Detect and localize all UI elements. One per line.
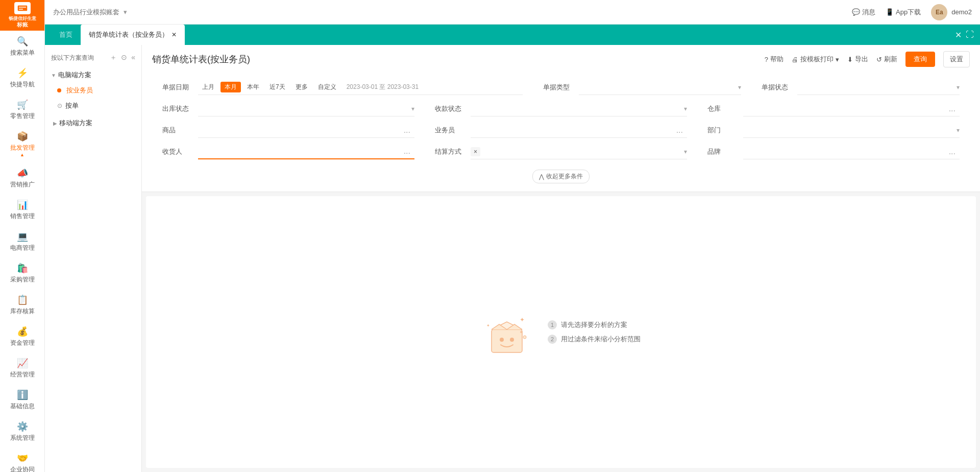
sidebar-item-sales[interactable]: 📊 销售管理 (0, 194, 45, 226)
sidebar-item-inventory[interactable]: 📋 库存核算 (0, 289, 45, 321)
date-custom[interactable]: 自定义 (314, 82, 340, 92)
collapse-filters-button[interactable]: ⋀ 收起更多条件 (532, 170, 590, 183)
scheme-by-salesperson[interactable]: 按业务员 (45, 83, 141, 98)
goods-control[interactable]: ... (198, 123, 414, 138)
sidebar-item-finance[interactable]: 💰 资金管理 (0, 321, 45, 352)
sidebar-item-system[interactable]: ⚙️ 系统管理 (0, 416, 45, 447)
salesperson-dots[interactable]: ... (676, 126, 683, 135)
sidebar-item-label: 电商管理 (10, 244, 35, 252)
sidebar-item-label: 基础信息 (10, 402, 35, 411)
settlement-tag-close[interactable]: × (474, 148, 477, 155)
desktop-scheme-group: ▼ 电脑端方案 按业务员 ⊙ 按单 (45, 67, 141, 113)
query-button[interactable]: 查询 (905, 52, 935, 67)
message-icon: 💬 (852, 8, 860, 16)
doc-status-dropdown-icon[interactable]: ▾ (957, 84, 960, 91)
tree-collapsed-icon: ▶ (53, 121, 57, 126)
tab-close-all-icon[interactable]: ✕ (955, 30, 962, 40)
tab-bar-actions: ✕ ⛶ (955, 30, 974, 40)
page-header-actions: ? 帮助 🖨 按模板打印 ▾ ⬇ 导出 ↺ (765, 51, 970, 67)
sidebar-item-ecommerce[interactable]: 💻 电商管理 (0, 226, 45, 257)
settlement-dropdown-icon[interactable]: ▾ (684, 148, 687, 155)
tab-sales-stat-label: 销货单统计表（按业务员） (89, 30, 168, 39)
refresh-button[interactable]: ↺ 刷新 (876, 55, 897, 64)
system-icon: ⚙️ (17, 421, 28, 432)
salesperson-control[interactable]: ... (471, 123, 687, 138)
date-last-month[interactable]: 上月 (198, 82, 218, 92)
app-download-button[interactable]: 📱 App下载 (886, 8, 921, 17)
app-logo: 畅捷信好生意 标账 (0, 0, 45, 31)
export-label: 导出 (855, 55, 868, 64)
date-range-value: 2023-03-01 至 2023-03-31 (347, 83, 419, 91)
desktop-scheme-toggle[interactable]: ▼ 电脑端方案 (45, 67, 141, 83)
retail-icon: 🛒 (17, 99, 28, 110)
consignee-label: 收货人 (162, 147, 198, 156)
brand-control[interactable]: ... (743, 144, 960, 159)
collapse-label: 收起更多条件 (546, 172, 583, 181)
breadcrumb-text: 办公用品行业模拟账套 (53, 8, 119, 17)
goods-dots[interactable]: ... (404, 126, 410, 135)
dept-control[interactable]: ▾ (743, 123, 960, 138)
sidebar-item-label: 零售管理 (10, 112, 35, 121)
export-button[interactable]: ⬇ 导出 (847, 55, 868, 64)
scheme-by-salesperson-label: 按业务员 (66, 86, 93, 95)
date-more[interactable]: 更多 (291, 82, 312, 92)
sidebar-item-wholesale[interactable]: 📦 批发管理 ▲ (0, 126, 45, 162)
outbound-dropdown-icon[interactable]: ▾ (411, 105, 414, 112)
print-button[interactable]: 🖨 按模板打印 ▾ (792, 55, 839, 64)
sidebar-item-purchase[interactable]: 🛍️ 采购管理 (0, 257, 45, 289)
chevron-down-icon: ▾ (124, 8, 127, 16)
date-last-7-days[interactable]: 近7天 (265, 82, 289, 92)
warehouse-dots[interactable]: ... (949, 104, 955, 113)
collapse-panel-button[interactable]: « (131, 53, 135, 62)
settings-button[interactable]: 设置 (943, 51, 970, 67)
svg-point-8 (520, 331, 522, 333)
tab-close-icon[interactable]: ✕ (172, 31, 177, 38)
sidebar-item-quick-nav[interactable]: ⚡ 快捷导航 (0, 62, 45, 94)
add-scheme-button[interactable]: ＋ (110, 53, 117, 62)
settlement-control[interactable]: × ▾ (471, 144, 687, 159)
date-this-month[interactable]: 本月 (220, 82, 241, 92)
sidebar-item-operations[interactable]: 📈 经营管理 (0, 352, 45, 384)
left-panel-header: 按以下方案查询 ＋ ⊙ « (45, 50, 141, 65)
brand-label: 品牌 (707, 147, 743, 156)
warehouse-control[interactable]: ... (743, 101, 960, 116)
outbound-control[interactable]: ▾ (198, 101, 414, 116)
brand-dots[interactable]: ... (949, 147, 955, 156)
message-button[interactable]: 💬 消息 (852, 8, 875, 17)
sidebar-item-retail[interactable]: 🛒 零售管理 (0, 94, 45, 126)
doc-type-dropdown-icon[interactable]: ▾ (738, 84, 741, 91)
sidebar-item-marketing[interactable]: 📣 营销推广 (0, 162, 45, 194)
inventory-icon: 📋 (17, 294, 28, 305)
sort-scheme-button[interactable]: ⊙ (121, 53, 127, 62)
doc-type-control[interactable]: ▾ (579, 80, 741, 95)
svg-text:✦: ✦ (486, 323, 490, 328)
payment-control[interactable]: ▾ (471, 101, 687, 116)
payment-dropdown-icon[interactable]: ▾ (684, 105, 687, 112)
empty-tip-1: 1 请先选择要分析的方案 (548, 320, 641, 329)
empty-state: ✦ ✦ 1 请先选择要分析的方案 2 (146, 196, 976, 468)
basic-icon: ℹ️ (17, 389, 28, 400)
consignee-dots[interactable]: ... (404, 147, 410, 156)
tab-sales-stat[interactable]: 销货单统计表（按业务员） ✕ (81, 25, 185, 45)
sidebar-item-label: 营销推广 (10, 180, 35, 189)
doc-type-label: 单据类型 (543, 83, 579, 92)
scheme-by-order[interactable]: ⊙ 按单 (45, 98, 141, 113)
tab-expand-icon[interactable]: ⛶ (966, 30, 974, 39)
consignee-control[interactable]: ... (198, 144, 414, 159)
user-menu[interactable]: Ea demo2 (931, 4, 972, 20)
svg-point-4 (500, 338, 504, 342)
print-label: 按模板打印 (800, 55, 834, 64)
search-menu-icon: 🔍 (17, 36, 28, 47)
marketing-icon: 📣 (17, 168, 28, 179)
help-button[interactable]: ? 帮助 (765, 55, 783, 64)
date-this-year[interactable]: 本年 (243, 82, 263, 92)
mobile-scheme-toggle[interactable]: ▶ 移动端方案 (45, 115, 141, 131)
sidebar-item-search-menu[interactable]: 🔍 搜索菜单 (0, 31, 45, 62)
tab-home[interactable]: 首页 (51, 25, 81, 45)
sidebar-item-enterprise[interactable]: 🤝 企业协同 (0, 447, 45, 472)
empty-illustration: ✦ ✦ (481, 306, 532, 358)
dept-dropdown-icon[interactable]: ▾ (957, 127, 960, 134)
sidebar-item-basic[interactable]: ℹ️ 基础信息 (0, 384, 45, 416)
doc-status-control[interactable]: ▾ (797, 80, 960, 95)
outbound-label: 出库状态 (162, 104, 198, 113)
